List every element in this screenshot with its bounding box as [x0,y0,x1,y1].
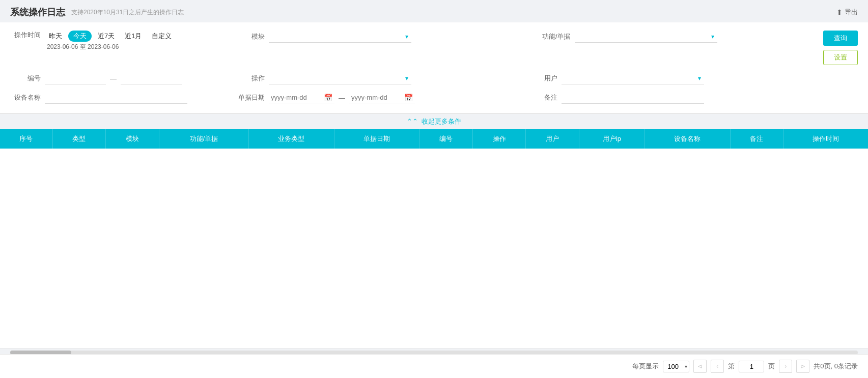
date-dash: — [339,94,345,102]
col-index: 序号 [0,129,52,149]
user-select-wrapper: ▾ [562,72,704,84]
page-size-wrapper: 50 100 200 ▾ [663,361,689,372]
action-buttons: 查询 设置 [823,31,858,65]
page-size-select[interactable]: 50 100 200 [663,361,689,372]
table-header: 序号 类型 模块 功能/单据 业务类型 单据日期 编号 操作 用户 用户ip 设… [0,129,868,149]
query-button[interactable]: 查询 [823,31,858,46]
pagination-bar: 每页显示 50 100 200 ▾ ⊲ ‹ 第 页 › ⊳ 共0页, 0条记录 [0,354,868,378]
time-label: 操作时间 [10,31,41,40]
device-label: 设备名称 [10,93,41,102]
operation-filter: 操作 ▾ [234,72,500,84]
col-voucher-date: 单据日期 [334,129,419,149]
voucher-date-filter: 单据日期 📅 — 📅 [234,93,500,103]
module-select-wrapper: ▾ [269,31,411,43]
total-label: 共0页, 0条记录 [814,362,858,371]
collapse-label: 收起更多条件 [422,118,461,125]
number-filter: 编号 — [10,72,204,84]
user-label: 用户 [521,74,557,83]
export-label: 导出 [845,8,858,17]
module-select[interactable] [269,31,411,43]
export-icon: ⬆ [836,8,843,16]
device-filter: 设备名称 [10,92,204,104]
date-start-input[interactable] [271,94,322,101]
time-range-display: 2023-06-06 至 2023-06-06 [47,43,176,51]
operation-select-wrapper: ▾ [269,72,411,84]
table-container: 序号 类型 模块 功能/单据 业务类型 单据日期 编号 操作 用户 用户ip 设… [0,129,868,348]
time-btn-7days[interactable]: 近7天 [94,31,119,42]
page-number-input[interactable] [739,361,764,372]
time-btn-today[interactable]: 今天 [68,31,92,42]
page-container: 系统操作日志 支持2020年10月31日之后产生的操作日志 ⬆ 导出 操作时间 … [0,0,868,378]
export-button[interactable]: ⬆ 导出 [836,8,858,17]
page-title: 系统操作日志 [10,6,65,18]
col-biz-type: 业务类型 [249,129,334,149]
calendar-start-icon[interactable]: 📅 [324,94,332,102]
col-module: 模块 [106,129,159,149]
page-pre-label: 第 [728,362,735,371]
collapse-bar[interactable]: ⌃⌃ 收起更多条件 [0,113,868,129]
time-btn-yesterday[interactable]: 昨天 [45,31,66,42]
calendar-end-icon[interactable]: 📅 [404,94,413,102]
last-page-button[interactable]: ⊳ [796,360,809,373]
data-table: 序号 类型 模块 功能/单据 业务类型 单据日期 编号 操作 用户 用户ip 设… [0,129,868,149]
module-filter: 模块 ▾ [234,31,514,43]
user-filter: 用户 ▾ [521,72,787,84]
device-input[interactable] [45,92,187,104]
next-page-button[interactable]: › [779,360,792,373]
number-dash: — [110,75,117,82]
remark-filter: 备注 [521,92,787,104]
time-btn-1month[interactable]: 近1月 [121,31,146,42]
filter-area: 操作时间 昨天 今天 近7天 近1月 自定义 2023-06-06 至 2023… [0,22,868,113]
user-select[interactable] [562,72,704,84]
col-user: 用户 [526,129,579,149]
function-label: 功能/单据 [534,32,571,41]
time-filter-group: 操作时间 昨天 今天 近7天 近1月 自定义 2023-06-06 至 2023… [10,31,204,51]
per-page-label: 每页显示 [632,362,659,371]
number-start-input[interactable] [45,72,106,84]
voucher-date-label: 单据日期 [234,93,265,102]
col-function: 功能/单据 [159,129,248,149]
col-remark: 备注 [730,129,783,149]
date-end-input[interactable] [351,94,402,101]
col-op-time: 操作时间 [783,129,868,149]
first-page-button[interactable]: ⊲ [693,360,707,373]
scrollbar-area [0,348,868,354]
page-suf-label: 页 [768,362,775,371]
filter-row-3: 设备名称 单据日期 📅 — 📅 备注 [10,92,858,104]
filter-row-1: 操作时间 昨天 今天 近7天 近1月 自定义 2023-06-06 至 2023… [10,31,858,65]
page-subtitle: 支持2020年10月31日之后产生的操作日志 [71,8,184,17]
collapse-icon: ⌃⌃ [407,118,418,125]
number-end-input[interactable] [121,72,182,84]
empty-area [0,149,868,327]
col-user-ip: 用户ip [579,129,645,149]
operation-label: 操作 [234,74,265,83]
col-type: 类型 [52,129,105,149]
col-operation: 操作 [472,129,525,149]
function-select[interactable] [575,31,717,43]
function-select-wrapper: ▾ [575,31,717,43]
time-btn-custom[interactable]: 自定义 [148,31,176,42]
number-label: 编号 [10,74,41,83]
table-header-row: 序号 类型 模块 功能/单据 业务类型 单据日期 编号 操作 用户 用户ip 设… [0,129,868,149]
remark-label: 备注 [521,93,557,102]
module-label: 模块 [234,32,265,41]
page-header: 系统操作日志 支持2020年10月31日之后产生的操作日志 ⬆ 导出 [0,0,868,22]
col-number: 编号 [419,129,472,149]
date-start-wrapper: 📅 [269,93,334,103]
col-device: 设备名称 [645,129,730,149]
operation-select[interactable] [269,72,411,84]
date-end-wrapper: 📅 [349,93,415,103]
filter-row-2: 编号 — 操作 ▾ 用户 [10,72,858,84]
function-filter: 功能/单据 ▾ [534,31,814,43]
prev-page-button[interactable]: ‹ [711,360,724,373]
settings-button[interactable]: 设置 [823,50,858,65]
remark-input[interactable] [562,92,704,104]
